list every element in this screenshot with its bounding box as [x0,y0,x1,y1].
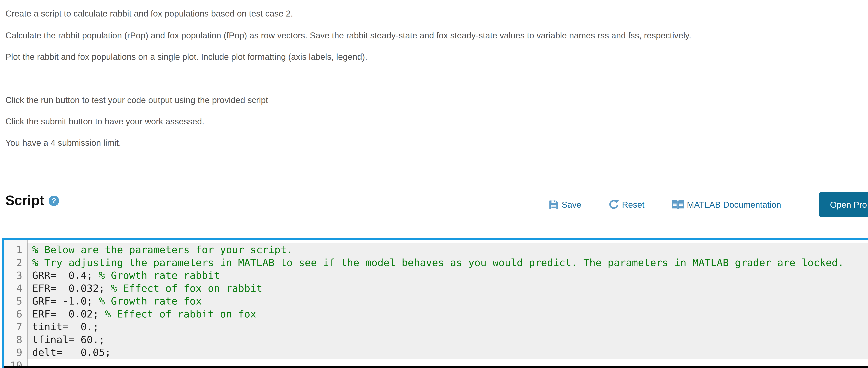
instruction-paragraph: Click the submit button to have your wor… [5,116,204,127]
code-line: % Below are the parameters for your scri… [28,243,868,256]
instruction-paragraph: Plot the rabbit and fox populations on a… [5,52,367,62]
line-number: 3 [4,269,27,282]
save-button[interactable]: Save [548,199,581,211]
code-area[interactable]: % Below are the parameters for your scri… [28,240,868,368]
line-number: 4 [4,282,27,295]
editor-bottom-scrollbar[interactable] [4,366,868,368]
line-number-gutter: 1 2 3 4 5 6 7 8 9 10 [4,240,28,368]
help-icon[interactable]: ? [49,196,59,206]
matlab-documentation-link[interactable]: MATLAB Documentation [672,199,781,210]
instruction-paragraph: Click the run button to test your code o… [5,95,268,106]
line-number: 5 [4,295,27,307]
code-line: tfinal= 60.; [28,333,868,346]
page-title: Script [5,193,44,208]
code-line: EFR= 0.032; % Effect of fox on rabbit [28,282,868,295]
reset-label: Reset [622,200,644,210]
code-line: % Try adjusting the parameters in MATLAB… [28,256,868,269]
instruction-paragraph: Create a script to calculate rabbit and … [5,8,293,19]
code-editor[interactable]: 1 2 3 4 5 6 7 8 9 10 % Below are the par… [2,238,868,368]
instruction-paragraph: You have a 4 submission limit. [5,137,121,148]
open-product-button[interactable]: Open Pro [819,192,868,217]
save-label: Save [562,200,581,210]
editor-toolbar: Save Reset MATLAB Docu [548,192,868,217]
script-section-header: Script ? [5,193,59,208]
code-line: tinit= 0.; [28,320,868,333]
line-number: 2 [4,256,27,269]
code-line: delt= 0.05; [28,346,868,359]
code-line: GRF= -1.0; % Growth rate fox [28,295,868,307]
line-number: 9 [4,346,27,359]
open-book-icon [672,199,684,210]
line-number: 1 [4,243,27,256]
matlab-documentation-label: MATLAB Documentation [687,200,781,210]
instruction-paragraph: Calculate the rabbit population (rPop) a… [5,30,691,41]
code-line: GRR= 0.4; % Growth rate rabbit [28,269,868,282]
code-line: ERF= 0.02; % Effect of rabbit on fox [28,307,868,321]
save-floppy-icon [548,199,559,211]
line-number: 7 [4,320,27,333]
line-number: 6 [4,307,27,321]
reset-button[interactable]: Reset [608,199,644,210]
reset-refresh-icon [608,199,619,210]
line-number: 8 [4,333,27,346]
